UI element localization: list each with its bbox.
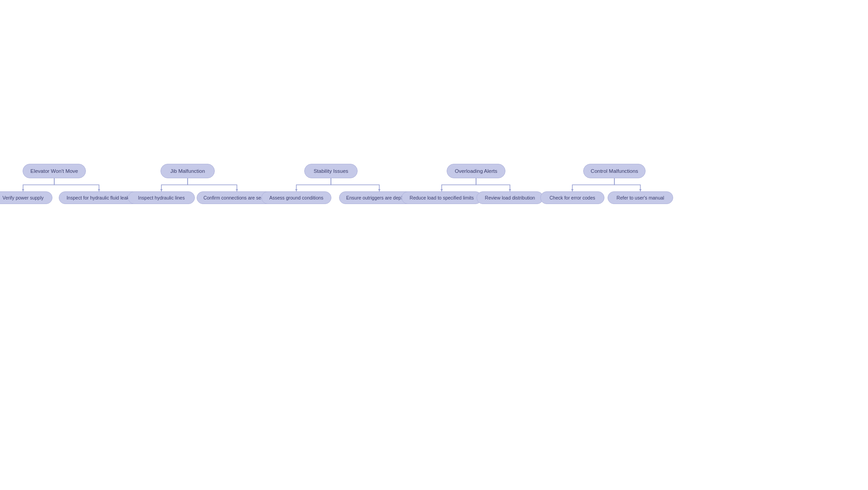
child-node-5-1: Check for error codes (540, 191, 604, 204)
child-node-1-1: Verify power supply (0, 191, 52, 204)
connector-lines (0, 0, 868, 490)
parent-node-4: Overloading Alerts (447, 164, 505, 178)
child-node-1-2: Inspect for hydraulic fluid leaks (59, 191, 139, 204)
parent-node-2: Jib Malfunction (160, 164, 215, 178)
child-node-4-1: Reduce load to specified limits (401, 191, 482, 204)
parent-node-1: Elevator Won't Move (23, 164, 86, 178)
parent-node-3: Stability Issues (304, 164, 358, 178)
child-node-2-1: Inspect hydraulic lines (128, 191, 195, 204)
parent-node-5: Control Malfunctions (583, 164, 646, 178)
child-node-4-2: Review load distribution (476, 191, 543, 204)
diagram-container: Elevator Won't MoveVerify power supplyIn… (0, 0, 868, 490)
child-node-5-2: Refer to user's manual (608, 191, 673, 204)
child-node-3-1: Assess ground conditions (261, 191, 331, 204)
